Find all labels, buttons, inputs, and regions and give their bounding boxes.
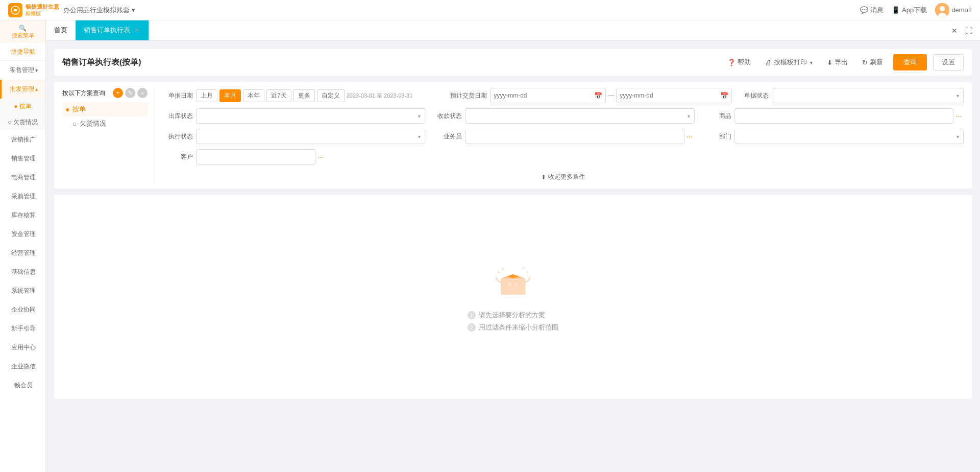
username: demo2 xyxy=(951,6,972,14)
maximize-window-button[interactable]: ⛶ xyxy=(964,26,974,36)
header-left: 畅捷通好生意 标推版 办公用品行业模拟账套 ▾ xyxy=(8,3,135,17)
filter-salesman-field: 业务员 ··· xyxy=(431,129,694,144)
scheme-item-debt[interactable]: ○ 欠货情况 xyxy=(62,116,148,131)
this-year-button[interactable]: 本年 xyxy=(243,89,264,102)
svg-point-6 xyxy=(526,271,528,273)
expected-date-from-input[interactable] xyxy=(494,92,592,99)
chevron-up-icon: ▴ xyxy=(35,86,38,92)
svg-point-5 xyxy=(498,271,499,273)
salesman-input[interactable] xyxy=(465,129,684,144)
customer-label: 客户 xyxy=(162,153,193,161)
filter-customer-field: 客户 ··· xyxy=(162,149,326,164)
top-header: 畅捷通好生意 标推版 办公用品行业模拟账套 ▾ 💬 消息 📱 App下载 xyxy=(0,0,980,20)
payment-select[interactable]: ▾ xyxy=(465,108,694,124)
calendar-icon-2: 📅 xyxy=(720,92,728,100)
download-icon: 📱 xyxy=(892,6,900,14)
sidebar-item-inventory[interactable]: 库存核算 xyxy=(0,206,45,225)
this-month-button[interactable]: 本月 xyxy=(219,89,241,102)
sidebar-item-beginner[interactable]: 新手引导 xyxy=(0,319,45,338)
more-button[interactable]: 更多 xyxy=(293,89,315,102)
message-action[interactable]: 💬 消息 xyxy=(860,6,884,15)
bullet-icon: ● xyxy=(14,103,17,110)
tab-home[interactable]: 首页 xyxy=(46,20,76,40)
filter-main: 按以下方案查询 + ✎ « ● 按单 ○ xyxy=(62,88,964,184)
sidebar-item-finance[interactable]: 资金管理 xyxy=(0,225,45,244)
export-button[interactable]: ⬇ 导出 xyxy=(823,56,852,69)
sidebar-item-ecommerce[interactable]: 电商管理 xyxy=(0,168,45,187)
department-label: 部门 xyxy=(701,132,731,141)
sidebar-sub-debt[interactable]: ○ 欠货情况 xyxy=(0,114,45,130)
tab-bar: 首页 销售订单执行表 ✕ ✕ ⛶ xyxy=(46,20,980,41)
scheme-item-order[interactable]: ● 按单 xyxy=(62,102,148,116)
sidebar-quick-nav[interactable]: 快捷导航 xyxy=(0,43,45,60)
filter-row-1: 单据日期 上月 本月 本年 近7天 更多 自定义 xyxy=(162,88,964,103)
logo-text: 畅捷通好生意 标推版 xyxy=(26,3,59,17)
sidebar-item-sales[interactable]: 销售管理 xyxy=(0,149,45,168)
sidebar-item-wholesale[interactable]: 批发管理 ▴ xyxy=(0,80,45,99)
scheme-add-button[interactable]: + xyxy=(113,88,123,98)
salesman-label: 业务员 xyxy=(431,132,462,141)
export-icon: ⬇ xyxy=(827,59,832,66)
industry-selector[interactable]: 办公用品行业模拟账套 ▾ xyxy=(63,6,135,15)
query-button[interactable]: 查询 xyxy=(893,54,927,70)
tab-close-icon[interactable]: ✕ xyxy=(133,27,140,34)
sidebar-sub-order[interactable]: ● 按单 xyxy=(0,99,45,114)
goods-input-wrapper: ··· xyxy=(734,108,964,124)
app-download-action[interactable]: 📱 App下载 xyxy=(892,6,927,15)
scheme-active-icon: ● xyxy=(65,105,69,113)
sidebar-item-enterprise[interactable]: 企业协同 xyxy=(0,300,45,319)
filter-exec-field: 执行状态 ▾ xyxy=(162,129,425,144)
expected-date-to-input[interactable] xyxy=(620,92,718,99)
tab-sales-exec[interactable]: 销售订单执行表 ✕ xyxy=(76,20,149,40)
sidebar-item-retail[interactable]: 零售管理 ▾ xyxy=(0,61,45,80)
settings-button[interactable]: 设置 xyxy=(933,54,964,70)
goods-input[interactable] xyxy=(734,108,954,124)
sidebar-item-purchase[interactable]: 采购管理 xyxy=(0,187,45,206)
salesman-input-wrapper: ··· xyxy=(465,129,694,144)
empty-illustration xyxy=(493,260,533,301)
salesman-more-icon[interactable]: ··· xyxy=(684,132,695,140)
scheme-edit-button[interactable]: ✎ xyxy=(125,88,135,98)
page-actions: ❓ 帮助 🖨 按模板打印 ▾ ⬇ 导出 ↻ 刷新 xyxy=(723,54,964,70)
department-select[interactable]: ▾ xyxy=(734,129,964,144)
sidebar-item-basic[interactable]: 基础信息 xyxy=(0,263,45,281)
sidebar-item-system[interactable]: 系统管理 xyxy=(0,281,45,300)
date-range-display: 2023-03-01 至 2023-03-31 xyxy=(347,92,413,100)
customer-more-icon[interactable]: ··· xyxy=(315,153,326,161)
content-area: 首页 销售订单执行表 ✕ ✕ ⛶ 销售订单执行表(按单) ❓ 帮助 xyxy=(46,20,980,472)
sidebar-search[interactable]: 🔍 搜索菜单 xyxy=(0,20,45,43)
scheme-circle-icon: ○ xyxy=(72,120,77,128)
last7-button[interactable]: 近7天 xyxy=(266,89,291,102)
print-button[interactable]: 🖨 按模板打印 ▾ xyxy=(761,56,817,69)
filter-status-field: 单据状态 ▾ xyxy=(738,88,964,103)
sidebar-item-wechat[interactable]: 企业微信 xyxy=(0,357,45,376)
sidebar-item-member[interactable]: 畅会员 xyxy=(0,376,45,395)
filter-payment-field: 收款状态 ▾ xyxy=(431,108,694,124)
empty-state: 1 请先选择要分析的方案 2 用过滤条件来缩小分析范围 xyxy=(468,260,558,334)
user-area[interactable]: demo2 xyxy=(935,3,972,17)
custom-button[interactable]: 自定义 xyxy=(317,89,345,102)
scheme-panel-header: 按以下方案查询 + ✎ « xyxy=(62,88,148,98)
help-button[interactable]: ❓ 帮助 xyxy=(723,56,755,69)
status-select[interactable]: ▾ xyxy=(772,88,964,103)
search-icon: 🔍 xyxy=(19,25,27,32)
page-title: 销售订单执行表(按单) xyxy=(62,57,141,68)
scheme-collapse-button[interactable]: « xyxy=(137,88,148,98)
sidebar-item-marketing[interactable]: 营销推广 xyxy=(0,130,45,149)
svg-rect-4 xyxy=(501,278,525,295)
sidebar-item-operation[interactable]: 经营管理 xyxy=(0,244,45,263)
filter-fields: 单据日期 上月 本月 本年 近7天 更多 自定义 xyxy=(154,88,964,184)
refresh-button[interactable]: ↻ 刷新 xyxy=(858,56,887,69)
collapse-button[interactable]: ⬆ 收起更多条件 xyxy=(162,170,964,184)
customer-input[interactable] xyxy=(196,149,315,164)
chevron-down-icon: ▾ xyxy=(418,134,421,139)
chevron-down-icon: ▾ xyxy=(132,6,135,14)
goods-more-icon[interactable]: ··· xyxy=(953,112,964,120)
close-window-button[interactable]: ✕ xyxy=(949,26,960,36)
main-layout: 🔍 搜索菜单 快捷导航 零售管理 ▾ 批发管理 ▴ ● 按单 ○ 欠货情况 xyxy=(0,20,980,472)
sidebar-item-apps[interactable]: 应用中心 xyxy=(0,338,45,357)
shipment-select[interactable]: ▾ xyxy=(196,108,425,124)
exec-select[interactable]: ▾ xyxy=(196,129,425,144)
last-month-button[interactable]: 上月 xyxy=(196,89,217,102)
chevron-down-icon: ▾ xyxy=(418,113,421,119)
